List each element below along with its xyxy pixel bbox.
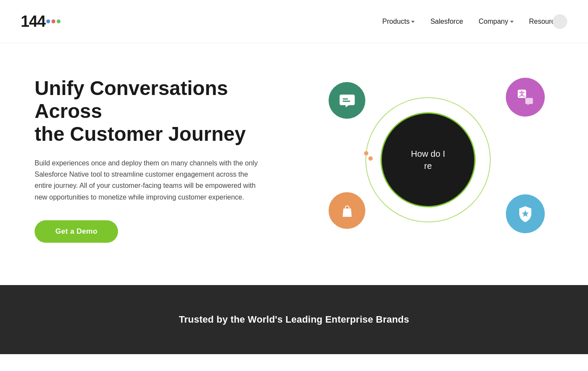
dot-red [51,19,55,23]
svg-rect-0 [342,98,348,99]
hero-content: Unify Conversations Across the Customer … [35,77,259,243]
orbit-dot-1 [364,151,368,155]
chat-icon-bubble [329,82,365,119]
orbit-dot-2 [368,156,373,161]
nav-salesforce-label: Salesforce [430,18,463,25]
svg-rect-1 [342,101,350,102]
dot-blue [46,19,50,23]
translate-icon-bubble: 文 [506,78,545,117]
shopping-bag-icon [338,202,356,220]
hero-diagram: How do I re 文 [303,69,553,251]
chevron-down-icon [411,21,415,23]
logo[interactable]: 144 [21,13,61,31]
shield-icon-bubble [506,194,545,233]
nav-company[interactable]: Company [479,18,513,25]
hero-title: Unify Conversations Across the Customer … [35,77,259,146]
svg-text:文: 文 [519,90,525,97]
center-circle-text: How do I re [411,148,445,172]
main-nav: Products Salesforce Company Resources [382,18,567,25]
header-user-icon[interactable] [553,14,567,29]
footer-tagline: Trusted by the World's Leading Enterpris… [179,314,409,325]
center-circle: How do I re [380,112,476,207]
nav-products[interactable]: Products [382,18,415,25]
shield-star-icon [516,205,534,223]
header: 144 Products Salesforce Company Resource… [0,0,588,43]
chat-icon [338,92,356,110]
chevron-down-icon-2 [510,21,514,23]
shop-icon-bubble [329,192,365,229]
nav-products-label: Products [382,18,409,25]
hero-description: Build experiences once and deploy them o… [35,158,259,203]
nav-salesforce[interactable]: Salesforce [430,18,463,25]
footer-dark-section: Trusted by the World's Leading Enterpris… [0,285,588,354]
get-demo-button[interactable]: Get a Demo [35,220,118,243]
hero-section: Unify Conversations Across the Customer … [0,43,588,285]
logo-dots [46,19,61,23]
translate-icon: 文 [516,88,534,106]
logo-text: 144 [21,13,45,31]
dot-green [57,19,61,23]
nav-company-label: Company [479,18,508,25]
